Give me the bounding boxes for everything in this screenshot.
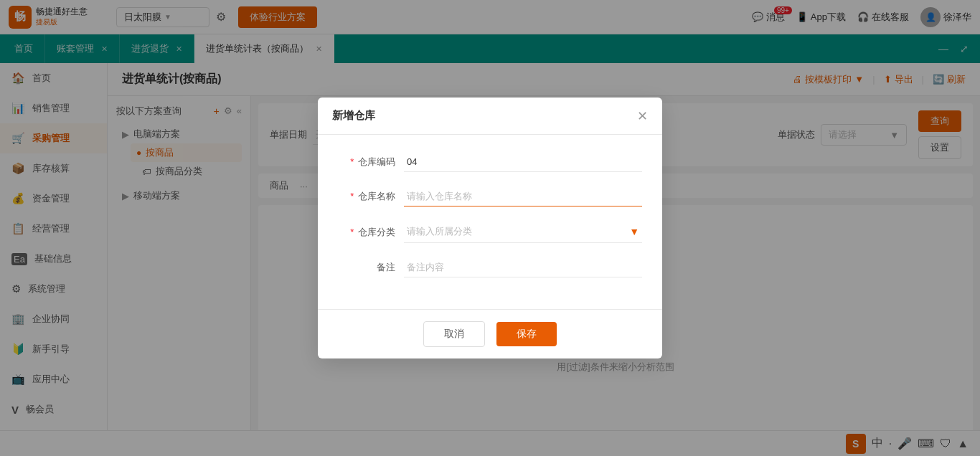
- dialog-close-button[interactable]: ✕: [637, 110, 648, 123]
- required-mark-category: *: [350, 227, 354, 237]
- dialog-header: 新增仓库 ✕: [318, 98, 662, 135]
- form-row-code: * 仓库编码: [338, 152, 642, 172]
- name-input[interactable]: [404, 186, 642, 206]
- category-label: * 仓库分类: [338, 226, 395, 239]
- category-select[interactable]: 请输入所属分类 ▼: [404, 221, 642, 243]
- form-row-name: * 仓库名称: [338, 186, 642, 206]
- form-row-category: * 仓库分类 请输入所属分类 ▼: [338, 221, 642, 243]
- save-button[interactable]: 保存: [496, 322, 557, 346]
- form-row-remark: 备注: [338, 257, 642, 277]
- name-label: * 仓库名称: [338, 190, 395, 203]
- category-dropdown-arrow-icon: ▼: [629, 226, 639, 237]
- code-input[interactable]: [404, 152, 642, 172]
- category-select-placeholder: 请输入所属分类: [407, 225, 472, 238]
- code-label: * 仓库编码: [338, 156, 395, 168]
- required-mark-name: *: [350, 191, 354, 201]
- required-mark-code: *: [350, 156, 354, 167]
- new-warehouse-dialog: 新增仓库 ✕ * 仓库编码 * 仓库名称: [318, 98, 662, 358]
- modal-overlay: 新增仓库 ✕ * 仓库编码 * 仓库名称: [0, 0, 980, 456]
- dialog-footer: 取消 保存: [318, 309, 662, 358]
- remark-label: 备注: [338, 261, 395, 274]
- remark-input[interactable]: [404, 257, 642, 277]
- dialog-body: * 仓库编码 * 仓库名称 * 仓库分类 请输入所属: [318, 135, 662, 309]
- dialog-title: 新增仓库: [332, 109, 375, 123]
- cancel-button[interactable]: 取消: [423, 321, 485, 347]
